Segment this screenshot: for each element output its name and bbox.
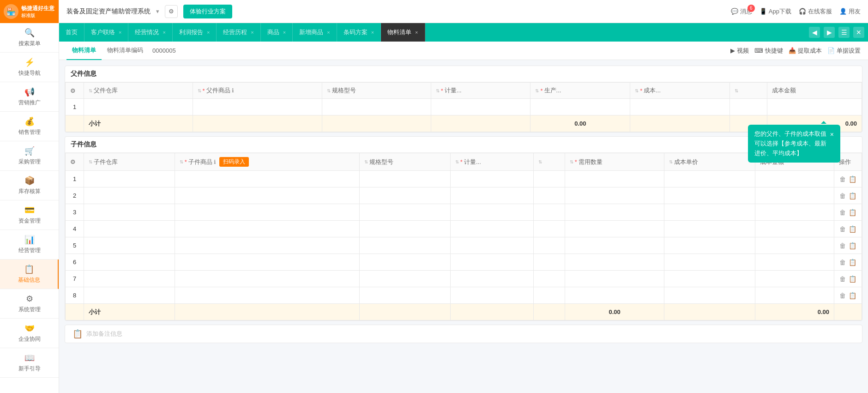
- nav-tab-close-8[interactable]: ×: [415, 30, 418, 35]
- copy-icon-7[interactable]: 📋: [849, 292, 856, 299]
- child-cell-spec-5[interactable]: [360, 254, 451, 271]
- child-cell-unit-cost-1[interactable]: [664, 187, 755, 204]
- child-cell-product-3[interactable]: [175, 221, 360, 237]
- child-cell-unit-cost-7[interactable]: [664, 287, 755, 304]
- info-icon[interactable]: ℹ: [232, 87, 234, 94]
- nav-tab-8[interactable]: 物料清单×: [381, 23, 425, 42]
- child-cell-product-2[interactable]: [175, 204, 360, 221]
- delete-icon-4[interactable]: 🗑: [839, 242, 846, 249]
- child-cell-unit-3[interactable]: [450, 221, 533, 237]
- child-cell-extra-5[interactable]: [533, 254, 565, 271]
- delete-icon-6[interactable]: 🗑: [839, 275, 846, 283]
- child-cell-product-1[interactable]: [175, 187, 360, 204]
- message-btn[interactable]: 💬 消息 6: [731, 7, 752, 16]
- online-service-btn[interactable]: 🎧 在线客服: [799, 7, 832, 16]
- nav-tab-0[interactable]: 首页: [59, 23, 84, 42]
- parent-cell-warehouse[interactable]: [84, 99, 193, 115]
- child-cell-warehouse-7[interactable]: [84, 287, 175, 304]
- child-cell-spec-1[interactable]: [360, 187, 451, 204]
- nav-next-btn[interactable]: ▶: [824, 27, 835, 38]
- sidebar-item-2[interactable]: 📢营销推广: [0, 82, 59, 112]
- child-cell-unit-cost-2[interactable]: [664, 204, 755, 221]
- child-cell-warehouse-4[interactable]: [84, 237, 175, 254]
- extract-cost-btn[interactable]: 📥 提取成本: [789, 47, 822, 55]
- child-cell-extra-3[interactable]: [533, 221, 565, 237]
- nav-tab-4[interactable]: 经营历程×: [217, 23, 260, 42]
- view-btn[interactable]: ▶ 视频: [730, 47, 749, 55]
- child-cell-extra-4[interactable]: [533, 237, 565, 254]
- delete-icon-5[interactable]: 🗑: [839, 259, 846, 266]
- nav-menu-btn[interactable]: ☰: [838, 27, 850, 38]
- shortcut-btn[interactable]: ⌨ 快捷键: [754, 47, 783, 55]
- nav-tab-close-7[interactable]: ×: [371, 30, 374, 35]
- sub-tab-material-list[interactable]: 物料清单: [66, 42, 102, 60]
- trial-btn[interactable]: 体验行业方案: [183, 5, 232, 18]
- child-cell-spec-6[interactable]: [360, 271, 451, 287]
- delete-icon-7[interactable]: 🗑: [839, 292, 846, 299]
- sidebar-item-3[interactable]: 💰销售管理: [0, 112, 59, 141]
- parent-cell-product[interactable]: [193, 99, 322, 115]
- copy-icon-3[interactable]: 📋: [849, 225, 856, 233]
- copy-icon-5[interactable]: 📋: [849, 259, 856, 266]
- child-cell-need-qty-7[interactable]: [565, 287, 664, 304]
- child-cell-product-4[interactable]: [175, 237, 360, 254]
- sidebar-item-7[interactable]: 📊经营管理: [0, 230, 59, 260]
- child-cell-need-qty-3[interactable]: [565, 221, 664, 237]
- parent-cell-spec[interactable]: [322, 99, 431, 115]
- nav-tab-2[interactable]: 经营情况×: [128, 23, 172, 42]
- delete-icon-3[interactable]: 🗑: [839, 225, 846, 233]
- sidebar-item-5[interactable]: 📦库存核算: [0, 171, 59, 200]
- sidebar-item-11[interactable]: 📖新手引导: [0, 348, 59, 378]
- single-settings-btn[interactable]: 📄 单据设置: [827, 47, 861, 55]
- child-cell-unit-cost-6[interactable]: [664, 271, 755, 287]
- child-cell-spec-0[interactable]: [360, 171, 451, 187]
- delete-icon-0[interactable]: 🗑: [839, 175, 846, 183]
- nav-tab-6[interactable]: 新增商品×: [293, 23, 337, 42]
- child-cell-extra-1[interactable]: [533, 187, 565, 204]
- user-btn[interactable]: 👤 用友: [839, 7, 861, 16]
- child-cell-unit-cost-5[interactable]: [664, 254, 755, 271]
- nav-tab-close-1[interactable]: ×: [119, 30, 121, 35]
- child-cell-need-qty-4[interactable]: [565, 237, 664, 254]
- child-settings-gear-icon[interactable]: ⚙: [70, 158, 76, 165]
- child-cell-unit-0[interactable]: [450, 171, 533, 187]
- child-cell-need-qty-6[interactable]: [565, 271, 664, 287]
- parent-cell-cost[interactable]: [630, 99, 730, 115]
- sidebar-item-4[interactable]: 🛒采购管理: [0, 141, 59, 171]
- child-cell-need-qty-5[interactable]: [565, 254, 664, 271]
- child-cell-product-0[interactable]: [175, 171, 360, 187]
- child-cell-extra-2[interactable]: [533, 204, 565, 221]
- child-cell-warehouse-5[interactable]: [84, 254, 175, 271]
- child-cell-warehouse-6[interactable]: [84, 271, 175, 287]
- sidebar-item-1[interactable]: ⚡快捷导航: [0, 53, 59, 82]
- child-cell-extra-7[interactable]: [533, 287, 565, 304]
- copy-icon-4[interactable]: 📋: [849, 242, 856, 249]
- child-cell-extra-0[interactable]: [533, 171, 565, 187]
- sidebar-item-6[interactable]: 💳资金管理: [0, 200, 59, 230]
- child-cell-extra-6[interactable]: [533, 271, 565, 287]
- tooltip-close-btn[interactable]: ×: [830, 129, 834, 139]
- child-cell-spec-3[interactable]: [360, 221, 451, 237]
- copy-icon-1[interactable]: 📋: [849, 192, 856, 200]
- scan-btn[interactable]: 扫码录入: [219, 157, 249, 167]
- child-cell-warehouse-3[interactable]: [84, 221, 175, 237]
- copy-icon-0[interactable]: 📋: [849, 175, 856, 183]
- child-cell-unit-cost-4[interactable]: [664, 237, 755, 254]
- child-cell-product-5[interactable]: [175, 254, 360, 271]
- bottom-text[interactable]: 添加备注信息: [86, 330, 122, 338]
- system-dropdown-arrow[interactable]: ▾: [156, 8, 159, 15]
- app-download-btn[interactable]: 📱 App下载: [760, 7, 791, 16]
- nav-tab-3[interactable]: 利润报告×: [173, 23, 217, 42]
- sub-tab-material-code[interactable]: 物料清单编码: [102, 42, 149, 60]
- nav-tab-close-6[interactable]: ×: [327, 30, 330, 35]
- child-cell-need-qty-0[interactable]: [565, 171, 664, 187]
- nav-tab-close-4[interactable]: ×: [251, 30, 253, 35]
- child-cell-unit-7[interactable]: [450, 287, 533, 304]
- child-cell-unit-6[interactable]: [450, 271, 533, 287]
- nav-prev-btn[interactable]: ◀: [809, 27, 820, 38]
- parent-cell-unit[interactable]: [431, 99, 530, 115]
- child-cell-warehouse-0[interactable]: [84, 171, 175, 187]
- delete-icon-1[interactable]: 🗑: [839, 192, 846, 200]
- nav-tab-7[interactable]: 条码方案×: [337, 23, 381, 42]
- parent-cell-extra[interactable]: [729, 99, 767, 115]
